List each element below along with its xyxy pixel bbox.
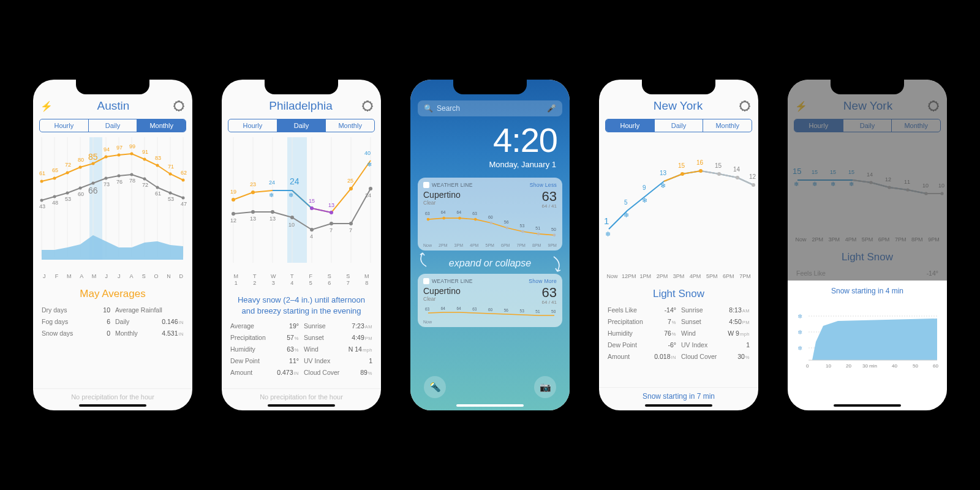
supercharge-icon[interactable]: ⚡ xyxy=(40,100,53,112)
svg-text:63: 63 xyxy=(425,211,430,216)
stats-row: Amount0.473IN xyxy=(230,369,299,376)
svg-point-155 xyxy=(940,192,943,195)
phone-philadelphia: Philadelphia Hourly Daily Monthly ❄❄❄ 19… xyxy=(222,80,381,410)
range-segmented-control[interactable]: Hourly Daily Monthly xyxy=(228,119,375,132)
stats-row: Sunrise8:13AM xyxy=(681,306,750,314)
location-title[interactable]: New York xyxy=(843,99,892,113)
hourly-chart[interactable]: ❄❄❄❄ 1 5913 1516 151412 xyxy=(601,137,756,272)
settings-icon[interactable] xyxy=(174,101,184,111)
svg-text:19: 19 xyxy=(230,189,236,195)
tab-hourly[interactable]: Hourly xyxy=(606,119,655,132)
svg-point-33 xyxy=(143,178,146,181)
precipitation-sheet[interactable]: Snow starting in 4 min ❄❄❄ 0102030 min40… xyxy=(788,281,947,410)
tab-hourly[interactable]: Hourly xyxy=(794,119,843,132)
svg-text:53: 53 xyxy=(520,224,525,228)
svg-point-71 xyxy=(251,190,255,194)
svg-point-34 xyxy=(156,186,159,189)
range-segmented-control[interactable]: Hourly Daily Monthly xyxy=(794,119,941,132)
svg-point-107 xyxy=(505,227,508,230)
range-segmented-control[interactable]: Hourly Daily Monthly xyxy=(39,119,186,132)
svg-text:72: 72 xyxy=(142,182,148,188)
svg-text:16: 16 xyxy=(696,159,704,166)
tab-monthly[interactable]: Monthly xyxy=(703,119,752,132)
tab-monthly[interactable]: Monthly xyxy=(326,119,374,132)
supercharge-icon[interactable]: ⚡ xyxy=(795,100,807,112)
phone-lockscreen: 🔍 Search 🎤 4:20 Monday, January 1 WEATHE… xyxy=(410,80,570,410)
svg-text:10: 10 xyxy=(938,183,944,189)
tab-daily[interactable]: Daily xyxy=(843,119,892,132)
svg-text:40: 40 xyxy=(364,150,371,156)
show-more-link[interactable]: Show More xyxy=(529,278,557,284)
svg-point-104 xyxy=(458,217,461,220)
stats-row: UV Index1 xyxy=(304,357,372,364)
tab-monthly[interactable]: Monthly xyxy=(892,119,940,132)
settings-icon[interactable] xyxy=(929,101,938,111)
phone-newyork: New York Hourly Daily Monthly ❄❄❄❄ 1 591… xyxy=(599,80,758,410)
mic-icon[interactable]: 🎤 xyxy=(547,104,556,113)
monthly-chart[interactable]: 6165728094979991837162 85 66 43485360737… xyxy=(36,137,190,272)
svg-text:80: 80 xyxy=(78,157,84,163)
svg-text:63: 63 xyxy=(472,211,477,216)
widget-xaxis: Now xyxy=(423,320,557,324)
flashlight-button[interactable]: 🔦 xyxy=(424,376,446,398)
svg-text:94: 94 xyxy=(104,146,110,153)
show-less-link[interactable]: Show Less xyxy=(530,182,557,188)
svg-point-30 xyxy=(105,177,108,180)
svg-text:❄: ❄ xyxy=(288,192,293,198)
svg-point-19 xyxy=(118,154,121,157)
precip-footer[interactable]: No precipitation for the hour xyxy=(33,388,192,401)
svg-text:65: 65 xyxy=(52,167,58,173)
precip-footer-link[interactable]: Snow starting in 7 min xyxy=(599,387,758,401)
location-title[interactable]: Philadelphia xyxy=(269,99,333,113)
tab-hourly[interactable]: Hourly xyxy=(40,119,89,132)
tab-daily[interactable]: Daily xyxy=(655,119,704,132)
svg-text:24: 24 xyxy=(269,179,275,186)
stats-row: Sunrise7:23AM xyxy=(304,322,372,330)
svg-text:43: 43 xyxy=(39,203,45,209)
hourly-chart[interactable]: ❄❄❄❄ 15 151515 1412111010 xyxy=(790,137,944,235)
svg-text:53: 53 xyxy=(520,309,525,313)
phone-newyork-sheet: ⚡ New York Hourly Daily Monthly ❄❄❄❄ 15 … xyxy=(788,80,947,410)
tab-daily[interactable]: Daily xyxy=(89,119,138,132)
settings-icon[interactable] xyxy=(363,101,372,111)
svg-text:72: 72 xyxy=(65,162,71,168)
stats-row: Humidity76% xyxy=(608,330,676,337)
svg-point-151 xyxy=(869,181,872,184)
camera-button[interactable]: 📷 xyxy=(534,376,556,398)
svg-text:1: 1 xyxy=(604,216,609,226)
svg-text:❄: ❄ xyxy=(269,192,274,198)
daily-chart[interactable]: ❄❄❄ 192325 2440 24 1513 1213131047724 xyxy=(224,137,379,272)
spotlight-search[interactable]: 🔍 Search 🎤 xyxy=(418,100,562,116)
location-title[interactable]: New York xyxy=(654,99,703,113)
settings-icon[interactable] xyxy=(740,101,750,111)
svg-text:10: 10 xyxy=(826,363,831,369)
tab-hourly[interactable]: Hourly xyxy=(228,119,277,132)
svg-text:56: 56 xyxy=(504,308,509,312)
svg-text:47: 47 xyxy=(181,201,187,207)
widget-hourly-chart: 636464636056535150 xyxy=(423,211,557,243)
home-indicator xyxy=(645,404,712,407)
svg-text:51: 51 xyxy=(535,226,540,230)
svg-text:15: 15 xyxy=(678,162,685,169)
tab-monthly[interactable]: Monthly xyxy=(137,119,186,132)
svg-text:13: 13 xyxy=(250,216,256,222)
svg-text:85: 85 xyxy=(88,152,98,162)
svg-text:64: 64 xyxy=(441,307,446,311)
location-title[interactable]: Austin xyxy=(97,99,130,113)
svg-text:14: 14 xyxy=(867,172,873,178)
svg-text:❄: ❄ xyxy=(797,345,802,352)
svg-point-16 xyxy=(79,166,82,169)
precip-footer[interactable]: No precipitation for the hour xyxy=(222,388,381,401)
widget-expanded[interactable]: WEATHER LINE Show Less CupertinoClear 63… xyxy=(418,178,562,251)
svg-point-109 xyxy=(537,233,540,236)
svg-point-24 xyxy=(182,179,185,182)
home-indicator xyxy=(834,404,901,407)
widget-collapsed[interactable]: WEATHER LINE Show More CupertinoClear 63… xyxy=(418,274,562,327)
svg-text:66: 66 xyxy=(88,186,98,195)
tab-daily[interactable]: Daily xyxy=(277,119,326,132)
section-title: Light Snow xyxy=(599,288,758,300)
handwriting-annotation: expand or collapse xyxy=(410,254,570,270)
svg-point-28 xyxy=(79,187,82,190)
svg-text:15: 15 xyxy=(812,169,818,175)
range-segmented-control[interactable]: Hourly Daily Monthly xyxy=(605,119,752,132)
